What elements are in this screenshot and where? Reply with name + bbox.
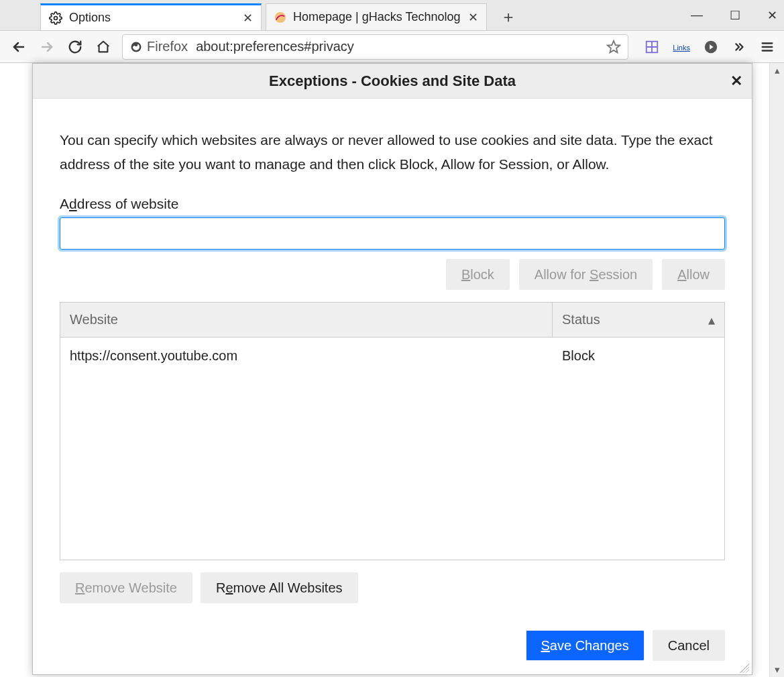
tabs-row: Options ✕ Homepage | gHacks Technolog ✕ … [0, 0, 691, 30]
favicon-icon [274, 11, 286, 23]
new-tab-button[interactable]: ＋ [496, 5, 520, 29]
table-header: Website Status ▴ [60, 303, 724, 337]
links-button[interactable]: Links [673, 41, 690, 52]
pocket-play-icon[interactable] [704, 40, 718, 54]
sort-asc-icon: ▴ [708, 312, 715, 328]
back-button[interactable] [9, 38, 28, 56]
close-icon[interactable]: ✕ [243, 11, 253, 25]
allow-session-button[interactable]: Allow for Session [519, 259, 653, 290]
window-controls: — ☐ ✕ [691, 0, 784, 30]
remove-buttons: Remove Website Remove All Websites [60, 572, 725, 603]
scroll-down-icon[interactable]: ▾ [770, 662, 784, 677]
tab-ghacks[interactable]: Homepage | gHacks Technolog ✕ [266, 3, 487, 30]
exceptions-table: Website Status ▴ https://consent.youtube… [60, 302, 725, 560]
scrollbar[interactable]: ▴ ▾ [769, 63, 784, 677]
dialog-header: Exceptions - Cookies and Site Data ✕ [33, 64, 752, 99]
overflow-icon[interactable] [732, 40, 746, 54]
toolbar-right: Links [638, 40, 775, 54]
save-button[interactable]: Save Changes [526, 630, 645, 661]
url-text: about:preferences#privacy [196, 39, 598, 54]
remove-website-button[interactable]: Remove Website [60, 572, 192, 603]
exceptions-dialog: Exceptions - Cookies and Site Data ✕ You… [32, 63, 752, 675]
tab-label: Homepage | gHacks Technolog [293, 10, 461, 24]
titlebar: Options ✕ Homepage | gHacks Technolog ✕ … [0, 0, 784, 31]
maximize-icon[interactable]: ☐ [730, 8, 740, 23]
col-status-header[interactable]: Status ▴ [553, 303, 724, 337]
tab-label: Options [69, 11, 236, 25]
dialog-actions: Save Changes Cancel [60, 630, 725, 661]
svg-point-0 [54, 16, 58, 19]
close-icon[interactable]: ✕ [468, 10, 478, 25]
dialog-close-icon[interactable]: ✕ [730, 72, 742, 90]
col-website-header[interactable]: Website [60, 303, 553, 337]
scroll-up-icon[interactable]: ▴ [770, 63, 784, 78]
reload-button[interactable] [66, 38, 85, 56]
url-bar[interactable]: Firefox about:preferences#privacy [122, 34, 628, 60]
address-label: Address of website [60, 196, 725, 212]
cell-website: https://consent.youtube.com [60, 348, 553, 364]
table-row[interactable]: https://consent.youtube.com Block [60, 337, 724, 374]
home-button[interactable] [94, 38, 113, 56]
remove-all-button[interactable]: Remove All Websites [201, 572, 358, 603]
close-window-icon[interactable]: ✕ [767, 8, 777, 23]
firefox-icon [129, 40, 143, 54]
identity-label: Firefox [147, 39, 188, 54]
cancel-button[interactable]: Cancel [653, 630, 725, 661]
address-input[interactable] [60, 217, 725, 250]
dialog-title: Exceptions - Cookies and Site Data [269, 72, 516, 90]
permission-buttons: Block Allow for Session Allow [60, 259, 725, 290]
panel-grid-icon[interactable] [645, 40, 659, 54]
allow-button[interactable]: Allow [662, 259, 725, 290]
dialog-body: You can specify which websites are alway… [33, 99, 752, 674]
navbar: Firefox about:preferences#privacy Links [0, 31, 784, 63]
svg-point-1 [275, 11, 286, 22]
svg-marker-3 [608, 40, 620, 52]
block-button[interactable]: Block [446, 259, 510, 290]
forward-button[interactable] [38, 38, 56, 56]
resize-grip-icon[interactable] [740, 664, 749, 673]
gear-icon [49, 11, 62, 25]
cell-status: Block [553, 348, 724, 364]
tab-options[interactable]: Options ✕ [40, 3, 262, 30]
bookmark-star-icon[interactable] [606, 40, 621, 54]
dialog-description: You can specify which websites are alway… [60, 128, 725, 176]
minimize-icon[interactable]: — [691, 8, 703, 22]
menu-icon[interactable] [760, 40, 775, 54]
identity-box[interactable]: Firefox [129, 39, 188, 54]
